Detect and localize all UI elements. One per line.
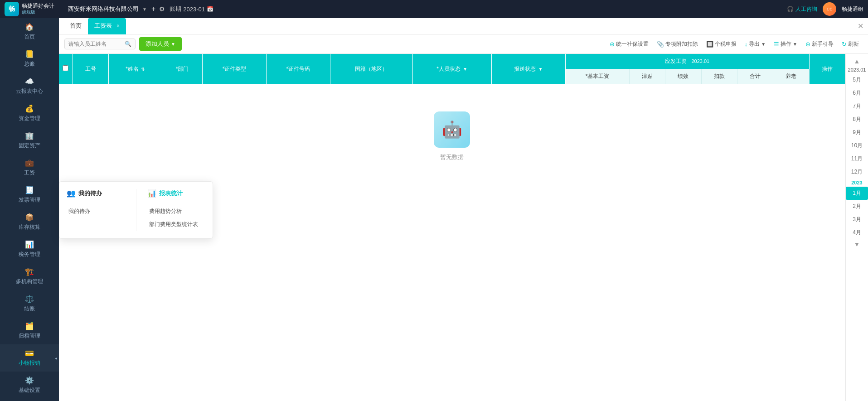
export-btn[interactable]: ↓ 导出 ▼	[741, 38, 769, 50]
search-box[interactable]: 🔍	[64, 39, 136, 49]
sidebar-item-fund[interactable]: 💰 资金管理	[0, 100, 59, 127]
tab-bar: 首页 工资表 × ✕	[59, 18, 868, 34]
sidebar-item-invoice-label: 发票管理	[19, 196, 40, 204]
col-number: 工号	[73, 54, 108, 84]
sidebar-item-inventory[interactable]: 📦 库存核算	[0, 208, 59, 236]
header-action-buttons: + ⚙	[151, 5, 165, 13]
sidebar-item-fund-label: 资金管理	[19, 115, 40, 122]
month-12[interactable]: 12月	[846, 165, 868, 179]
sidebar-item-multi-org[interactable]: 🏗️ 多机构管理	[0, 263, 59, 290]
person-status-filter[interactable]: ▼	[463, 67, 467, 72]
month-1-active[interactable]: 1月	[846, 187, 868, 200]
deduction-label: 专项附加扣除	[665, 40, 698, 48]
multi-org-icon: 🏗️	[25, 267, 34, 276]
company-name: 西安虾米网络科技有限公司	[68, 5, 139, 13]
sidebar-item-home[interactable]: 🏠 首页	[0, 18, 59, 45]
period-label: 账期	[170, 5, 181, 13]
submenu-panel: 👥 我的待办 我的待办 📊 报表统计 费用趋势分析 部门费用类型统计表	[59, 181, 213, 239]
empty-state: 暂无数据	[59, 84, 845, 188]
col-person-status: *人员状态 ▼	[413, 54, 492, 84]
month-3[interactable]: 3月	[846, 213, 868, 226]
personal-tax-btn[interactable]: 🔲 个税申报	[703, 38, 740, 50]
archive-icon: 🗂️	[25, 322, 34, 330]
operate-btn[interactable]: ☰ 操作 ▼	[770, 38, 801, 50]
sidebar-item-tax[interactable]: 📊 税务管理	[0, 236, 59, 263]
select-all-checkbox[interactable]	[63, 65, 68, 71]
sidebar-item-multi-org-label: 多机构管理	[16, 278, 43, 285]
month-11[interactable]: 11月	[846, 152, 868, 165]
submenu-arrow: ◂	[55, 356, 57, 361]
sidebar-item-invoice[interactable]: 🧾 发票管理	[0, 181, 59, 208]
sidebar-item-salary-label: 工资	[24, 169, 35, 177]
submenu-report-title: 📊 报表统计	[147, 189, 206, 200]
user-name: 畅捷通组	[842, 5, 863, 13]
export-label: 导出	[749, 40, 760, 48]
sidebar: 🏠 首页 📒 总账 ☁️ 云报表中心 💰 资金管理 🏢 固定资产 💼 工资 🧾 …	[0, 18, 59, 401]
month-4[interactable]: 4月	[846, 226, 868, 239]
salary-table: 工号 *姓名 ⇅ *部门 *证件类型	[59, 54, 845, 188]
month-6[interactable]: 6月	[846, 87, 868, 100]
col-department: *部门	[162, 54, 202, 84]
settings-button[interactable]: ⚙	[159, 5, 165, 13]
home-icon: 🏠	[25, 23, 34, 31]
export-arrow: ▼	[761, 42, 766, 47]
toolbar: 🔍 添加人员 ▼ ⊕ 统一社保设置 📎 专项附加扣除 🔲 个税申报	[59, 34, 868, 54]
company-selector[interactable]: 西安虾米网络科技有限公司 ▼	[68, 5, 147, 13]
submenu-report-section: 📊 报表统计 费用趋势分析 部门费用类型统计表	[147, 189, 206, 231]
add-person-arrow: ▼	[171, 42, 175, 47]
tab-salary[interactable]: 工资表 ×	[88, 18, 126, 34]
report-section-icon: 📊	[147, 189, 156, 198]
sidebar-item-ledger[interactable]: 📒 总账	[0, 45, 59, 72]
sidebar-item-archive-label: 归档管理	[19, 332, 40, 340]
sidebar-item-archive[interactable]: 🗂️ 归档管理	[0, 317, 59, 344]
tab-home[interactable]: 首页	[63, 18, 88, 34]
report-status-filter[interactable]: ▼	[538, 67, 543, 72]
service-button[interactable]: 🎧 人工咨询	[787, 5, 817, 13]
sidebar-item-settle[interactable]: ⚖️ 结账	[0, 290, 59, 317]
name-sort[interactable]: ⇅	[141, 67, 145, 72]
sidebar-item-cloud-report[interactable]: ☁️ 云报表中心	[0, 72, 59, 100]
year-2023-label: 2023	[851, 179, 862, 187]
social-security-btn[interactable]: ⊕ 统一社保设置	[606, 38, 652, 50]
period-display[interactable]: 账期 2023-01 📅	[170, 5, 213, 13]
sidebar-item-basic[interactable]: ⚙️ 基础设置	[0, 372, 59, 399]
col-checkbox[interactable]	[59, 54, 73, 84]
submenu-todo-label: 我的待办	[78, 189, 102, 198]
tab-close-button[interactable]: ×	[116, 23, 120, 29]
search-input[interactable]	[68, 41, 123, 47]
submenu-dept-cost[interactable]: 部门费用类型统计表	[147, 218, 206, 231]
sidebar-item-salary[interactable]: 💼 工资	[0, 154, 59, 181]
invoice-icon: 🧾	[25, 186, 34, 194]
month-nav-up[interactable]: ▲	[853, 56, 862, 66]
refresh-icon: ↻	[842, 41, 847, 48]
add-person-label: 添加人员	[145, 40, 169, 48]
month-5[interactable]: 5月	[846, 73, 868, 87]
month-7[interactable]: 7月	[846, 100, 868, 113]
refresh-btn[interactable]: ↻ 刷新	[838, 38, 863, 50]
add-button[interactable]: +	[151, 5, 155, 13]
sidebar-item-xiaochang[interactable]: 💳 小畅报销 ◂	[0, 344, 59, 372]
guide-icon-tb: ⊕	[805, 41, 810, 48]
tab-close-global[interactable]: ✕	[858, 22, 863, 30]
calendar-icon: 📅	[207, 6, 213, 12]
month-10[interactable]: 10月	[846, 139, 868, 152]
guide-btn[interactable]: ⊕ 新手引导	[802, 38, 837, 50]
salary-icon: 💼	[25, 159, 34, 167]
sidebar-item-basic-label: 基础设置	[19, 387, 40, 394]
col-allowance: 津贴	[629, 69, 665, 84]
sidebar-item-fixed-assets[interactable]: 🏢 固定资产	[0, 127, 59, 154]
sidebar-item-cloud-label: 云报表中心	[16, 87, 43, 95]
month-nav-down[interactable]: ▼	[853, 239, 862, 249]
month-9[interactable]: 9月	[846, 126, 868, 139]
tab-home-label: 首页	[70, 22, 82, 30]
add-person-button[interactable]: 添加人员 ▼	[139, 37, 182, 51]
submenu-cost-trend[interactable]: 费用趋势分析	[147, 205, 206, 218]
sidebar-item-xiaochang-label: 小畅报销	[19, 359, 40, 367]
empty-text: 暂无数据	[440, 153, 464, 161]
additional-deduction-btn[interactable]: 📎 专项附加扣除	[653, 38, 702, 50]
submenu-todo-item[interactable]: 我的待办	[67, 205, 125, 218]
month-8[interactable]: 8月	[846, 113, 868, 126]
operate-label: 操作	[781, 40, 791, 48]
month-2[interactable]: 2月	[846, 200, 868, 213]
sidebar-item-new-guide[interactable]: ▶️ 新手引导	[0, 399, 59, 401]
